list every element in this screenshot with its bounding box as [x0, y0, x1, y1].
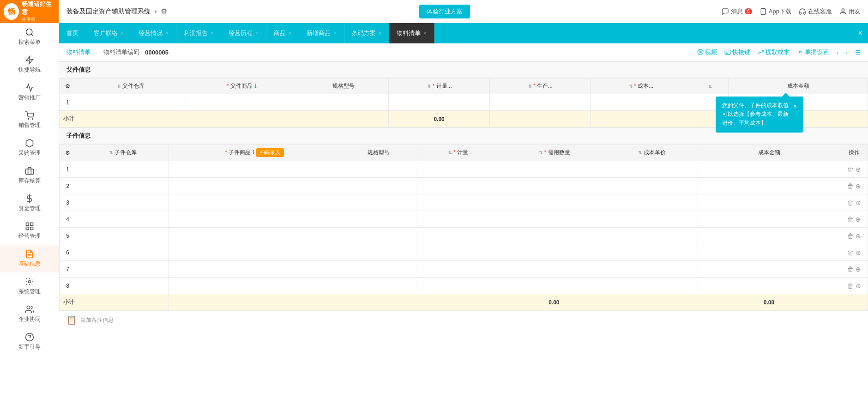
child-row6-quantity[interactable] — [503, 244, 605, 261]
sidebar-item-system[interactable]: 系统管理 — [0, 272, 59, 300]
parent-th-settings[interactable]: ⚙ — [60, 79, 76, 94]
tab-close-operation-status[interactable]: × — [165, 30, 168, 36]
action-view[interactable]: 视频 — [697, 48, 717, 56]
child-row5-warehouse[interactable] — [76, 228, 169, 244]
child-row3-unit-price[interactable] — [605, 194, 698, 211]
sidebar-item-guide[interactable]: 新手引导 — [0, 328, 59, 356]
child-row2-goods[interactable] — [169, 178, 340, 194]
tab-barcode[interactable]: 条码方案 × — [344, 23, 389, 43]
child-th-settings[interactable]: ⚙ — [60, 145, 76, 161]
tab-close-barcode[interactable]: × — [379, 30, 381, 36]
copy-icon-7[interactable]: ⊕ — [856, 266, 861, 273]
tab-customers[interactable]: 客户联络 × — [86, 23, 131, 43]
child-row4-unit[interactable] — [417, 211, 503, 228]
sidebar-item-enterprise[interactable]: 企业协同 — [0, 300, 59, 328]
tab-close-customers[interactable]: × — [121, 30, 123, 36]
tooltip-close-btn[interactable]: × — [793, 101, 797, 111]
child-row2-quantity[interactable] — [503, 178, 605, 194]
child-row1-goods[interactable] — [169, 161, 340, 178]
user-item[interactable]: 用友 — [839, 7, 861, 16]
child-row4-goods[interactable] — [169, 211, 340, 228]
copy-icon-2[interactable]: ⊕ — [856, 182, 861, 190]
tab-history[interactable]: 经营历程 × — [221, 23, 266, 43]
copy-icon-1[interactable]: ⊕ — [856, 166, 861, 173]
copy-icon-4[interactable]: ⊕ — [856, 216, 861, 223]
parent-row1-warehouse[interactable] — [76, 94, 185, 111]
sidebar-item-sales[interactable]: 销售管理 — [0, 106, 59, 134]
copy-icon-3[interactable]: ⊕ — [856, 199, 861, 206]
child-row3-warehouse[interactable] — [76, 194, 169, 211]
child-row4-warehouse[interactable] — [76, 211, 169, 228]
delete-icon-3[interactable]: 🗑 — [847, 199, 854, 206]
delete-icon-1[interactable]: 🗑 — [847, 166, 854, 173]
child-row7-unit[interactable] — [417, 261, 503, 278]
child-row8-unit[interactable] — [417, 278, 503, 294]
child-row4-spec[interactable] — [340, 211, 417, 228]
tab-close-goods[interactable]: × — [289, 30, 291, 36]
child-row8-unit-price[interactable] — [605, 278, 698, 294]
child-row1-unit-price[interactable] — [605, 161, 698, 178]
sidebar-item-inventory[interactable]: 库存核算 — [0, 162, 59, 189]
action-menu[interactable]: ☰ — [855, 49, 861, 56]
child-row7-goods[interactable] — [169, 261, 340, 278]
tab-goods[interactable]: 商品 × — [266, 23, 299, 43]
child-row7-warehouse[interactable] — [76, 261, 169, 278]
child-row8-goods[interactable] — [169, 278, 340, 294]
action-single-settings[interactable]: 单据设置 — [797, 48, 829, 56]
sidebar-item-purchase[interactable]: 采购管理 — [0, 134, 59, 162]
delete-icon-5[interactable]: 🗑 — [847, 232, 854, 240]
action-nav-prev[interactable]: ‹ — [836, 49, 838, 56]
child-row1-quantity[interactable] — [503, 161, 605, 178]
parent-row1-unit[interactable] — [389, 94, 489, 111]
delete-icon-2[interactable]: 🗑 — [847, 182, 854, 190]
sidebar-item-search[interactable]: 搜索菜单 — [0, 23, 59, 51]
child-row3-unit[interactable] — [417, 194, 503, 211]
child-row4-unit-price[interactable] — [605, 211, 698, 228]
parent-row1-cost[interactable] — [590, 94, 691, 111]
tab-close-material[interactable]: × — [423, 30, 426, 36]
child-row2-spec[interactable] — [340, 178, 417, 194]
message-item[interactable]: 消息 6 — [722, 7, 752, 16]
sidebar-item-basic[interactable]: 基础信息 — [0, 245, 59, 272]
tab-home[interactable]: 首页 — [59, 23, 86, 43]
sidebar-item-operation[interactable]: 经营管理 — [0, 217, 59, 245]
child-row5-spec[interactable] — [340, 228, 417, 244]
child-row8-quantity[interactable] — [503, 278, 605, 294]
child-row5-quantity[interactable] — [503, 228, 605, 244]
child-row1-spec[interactable] — [340, 161, 417, 178]
child-row8-warehouse[interactable] — [76, 278, 169, 294]
scan-button[interactable]: 扫码录入 — [256, 148, 284, 157]
trial-button[interactable]: 体验行业方案 — [419, 5, 470, 18]
copy-icon-8[interactable]: ⊕ — [856, 282, 861, 290]
copy-icon-6[interactable]: ⊕ — [856, 249, 861, 256]
child-row5-goods[interactable] — [169, 228, 340, 244]
child-row7-quantity[interactable] — [503, 261, 605, 278]
child-row3-quantity[interactable] — [503, 194, 605, 211]
parent-row1-spec[interactable] — [298, 94, 389, 111]
action-shortcut[interactable]: 快捷键 — [724, 48, 750, 56]
tab-new-goods[interactable]: 新增商品 × — [299, 23, 344, 43]
child-row3-spec[interactable] — [340, 194, 417, 211]
child-row7-spec[interactable] — [340, 261, 417, 278]
tab-close-new-goods[interactable]: × — [333, 30, 336, 36]
delete-icon-6[interactable]: 🗑 — [847, 249, 854, 256]
parent-row1-production[interactable] — [489, 94, 590, 111]
sidebar-item-quick-nav[interactable]: 快捷导航 — [0, 51, 59, 79]
app-download-item[interactable]: App下载 — [760, 7, 791, 16]
child-row7-unit-price[interactable] — [605, 261, 698, 278]
child-row2-unit[interactable] — [417, 178, 503, 194]
parent-row1-goods[interactable] — [185, 94, 298, 111]
child-row8-spec[interactable] — [340, 278, 417, 294]
child-row6-spec[interactable] — [340, 244, 417, 261]
online-service-item[interactable]: 在线客服 — [799, 7, 832, 16]
child-row6-warehouse[interactable] — [76, 244, 169, 261]
child-row6-goods[interactable] — [169, 244, 340, 261]
child-row2-unit-price[interactable] — [605, 178, 698, 194]
child-row1-unit[interactable] — [417, 161, 503, 178]
breadcrumb-current[interactable]: 物料清单 — [66, 48, 90, 56]
child-row5-unit[interactable] — [417, 228, 503, 244]
tab-close-profit[interactable]: × — [211, 30, 213, 36]
delete-icon-4[interactable]: 🗑 — [847, 216, 854, 223]
tab-close-history[interactable]: × — [255, 30, 258, 36]
tab-material[interactable]: 物料清单 × — [389, 23, 434, 43]
